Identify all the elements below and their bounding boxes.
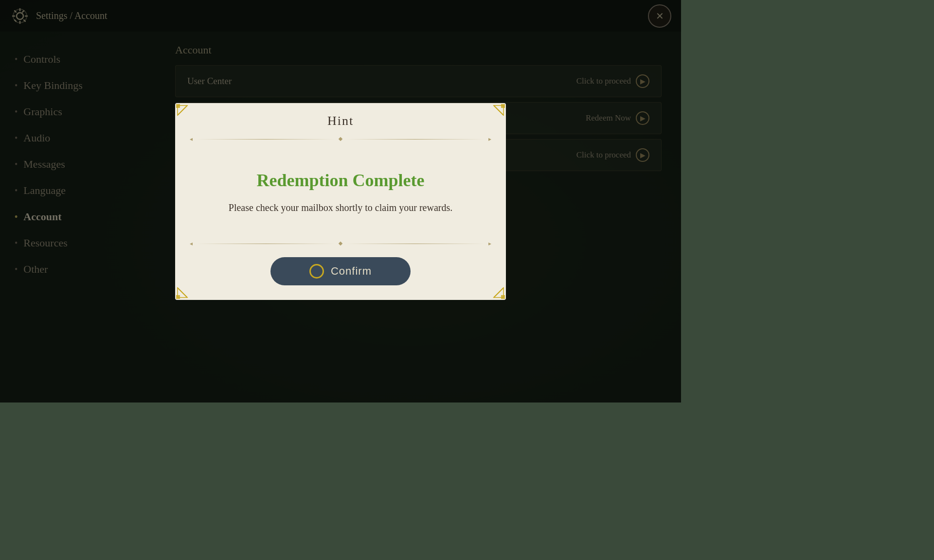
confirm-button-icon	[309, 264, 324, 279]
dialog-sub-text: Please check your mailbox shortly to cla…	[229, 200, 452, 215]
divider-line	[197, 139, 335, 140]
divider-diamond	[339, 242, 342, 245]
dialog-header: Hint	[175, 103, 506, 136]
divider-line-right	[346, 244, 485, 244]
confirm-button-label: Confirm	[331, 265, 372, 278]
right-arrow: ▸	[488, 240, 491, 247]
confirm-button[interactable]: Confirm	[270, 257, 411, 285]
dialog-body: Redemption Complete Please check your ma…	[175, 143, 506, 240]
dialog: Hint ◂ ▸ Redemption Complete Please chec…	[175, 103, 506, 300]
dialog-main-text: Redemption Complete	[257, 170, 425, 191]
left-arrow: ◂	[190, 136, 193, 143]
left-arrow: ◂	[190, 240, 193, 247]
dialog-footer: Confirm	[175, 247, 506, 300]
corner-bl	[175, 276, 199, 300]
svg-rect-4	[176, 295, 180, 299]
divider-diamond	[339, 137, 342, 141]
modal-overlay: Hint ◂ ▸ Redemption Complete Please chec…	[0, 0, 681, 402]
top-divider: ◂ ▸	[175, 136, 506, 143]
svg-rect-5	[501, 295, 505, 299]
corner-br	[482, 276, 506, 300]
divider-line-right	[346, 139, 485, 140]
dialog-title: Hint	[327, 114, 354, 128]
bottom-divider: ◂ ▸	[175, 240, 506, 247]
divider-line	[197, 244, 335, 244]
right-arrow: ▸	[488, 136, 491, 143]
